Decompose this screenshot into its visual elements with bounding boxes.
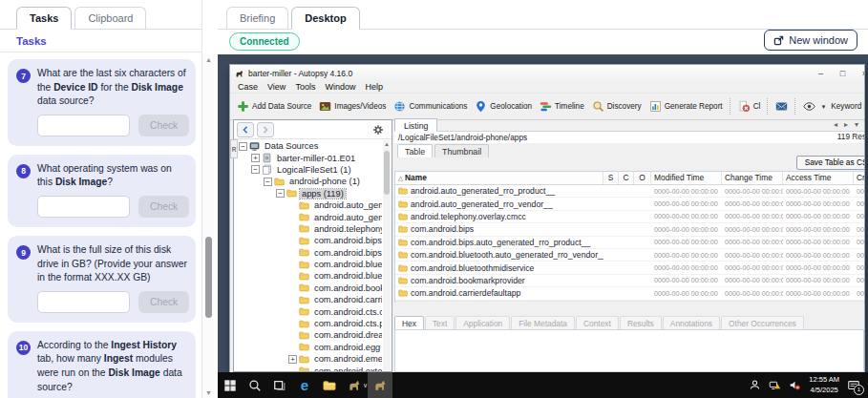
table-row[interactable]: com.android.bookmarkprovider0000-00-00 0…: [395, 275, 864, 287]
table-row[interactable]: com.android.bluetoothmidiservice0000-00-…: [395, 262, 864, 274]
minimize-icon[interactable]: –: [810, 69, 832, 78]
column-header-o[interactable]: O: [634, 172, 651, 184]
column-header-name[interactable]: △Name: [395, 172, 603, 184]
listing-tab[interactable]: Listing: [394, 118, 437, 132]
left-scrollbar[interactable]: ▲ ▼: [202, 54, 215, 398]
volume-muted-button[interactable]: [789, 379, 801, 391]
column-header-change-time[interactable]: Change Time: [722, 172, 783, 184]
file-explorer-button[interactable]: [317, 372, 342, 398]
tree-item[interactable]: android.auto_generated_rro_vendor__: [236, 211, 382, 222]
notification-center-button[interactable]: 1: [847, 379, 860, 392]
geolocation-button[interactable]: Geolocation: [471, 98, 536, 115]
tree-item[interactable]: com.android.bips.auto_generated_rro_prod…: [236, 247, 382, 259]
tab-briefing[interactable]: Briefing: [226, 7, 288, 30]
save-table-csv-button[interactable]: Save Table as CSV: [796, 156, 864, 170]
taskbar-search-button[interactable]: [243, 372, 267, 398]
content-tab-text[interactable]: Text: [425, 316, 455, 329]
tree-scrollbar[interactable]: ▲: [383, 140, 391, 370]
content-tab-hex[interactable]: Hex: [394, 316, 424, 329]
start-button[interactable]: [218, 372, 243, 398]
menu-help[interactable]: Help: [360, 82, 388, 92]
scroll-down-icon[interactable]: ▼: [202, 389, 215, 396]
tree-item[interactable]: −android-phone (1): [236, 176, 382, 187]
tree-item[interactable]: com.android.bips (1): [236, 235, 382, 246]
menu-window[interactable]: Window: [320, 82, 360, 92]
table-row[interactable]: com.android.carrierdefaultapp0000-00-00 …: [395, 287, 864, 300]
tree-item[interactable]: +com.android.emergency (2): [236, 353, 382, 365]
dock-left-icon[interactable]: ◂: [834, 120, 837, 129]
check-button[interactable]: Check: [138, 196, 189, 218]
tree-item[interactable]: android.telephony.overlay.cmcc: [236, 223, 382, 235]
float-panel-icon[interactable]: ▾: [855, 120, 858, 129]
scroll-up-icon[interactable]: ▲: [202, 56, 215, 63]
expand-icon[interactable]: +: [288, 355, 297, 364]
content-tab-results[interactable]: Results: [620, 316, 662, 329]
tree-scroll-up-icon[interactable]: ▲: [383, 141, 391, 147]
keyword-lists-button[interactable]: ▼Keyword Lists: [799, 98, 865, 115]
generate-report-button[interactable]: Generate Report: [646, 98, 727, 115]
column-header-access-time[interactable]: Access Time: [783, 172, 854, 184]
collapsed-panel-tab[interactable]: R: [230, 139, 238, 158]
dock-right-icon[interactable]: ▸: [844, 120, 848, 129]
tree-item[interactable]: −LogicalFileSet1 (1): [236, 164, 382, 176]
close-icon[interactable]: ×: [854, 69, 865, 78]
collapse-icon[interactable]: −: [276, 189, 285, 198]
tab-desktop[interactable]: Desktop: [291, 7, 359, 30]
forward-button[interactable]: [257, 122, 274, 137]
tree-item[interactable]: −apps (119): [236, 188, 382, 199]
tree-scrollbar-thumb[interactable]: [384, 151, 390, 195]
view-tab-table[interactable]: Table: [397, 144, 433, 157]
communications-button[interactable]: Communications: [390, 98, 471, 115]
discovery-button[interactable]: Discovery: [588, 98, 646, 115]
window-titlebar[interactable]: barter-miller - Autopsy 4.16.0 – □ ×: [230, 65, 864, 80]
menu-view[interactable]: View: [263, 82, 290, 92]
tree-item[interactable]: com.android.egg (1): [236, 342, 382, 353]
table-row[interactable]: android.auto_generated_rro_vendor__0000-…: [395, 198, 864, 210]
column-header-s[interactable]: S: [603, 172, 619, 184]
tree-item[interactable]: com.android.externalstorage: [236, 365, 382, 371]
gear-icon[interactable]: [370, 123, 386, 136]
content-tab-file-metadata[interactable]: File Metadata: [511, 316, 575, 329]
tree-item[interactable]: com.android.dreams.basic (1): [236, 329, 382, 341]
maximize-icon[interactable]: □: [832, 69, 854, 78]
task-view-button[interactable]: [267, 372, 292, 398]
view-tab-thumbnail[interactable]: Thumbnail: [434, 144, 489, 157]
tab-clipboard[interactable]: Clipboard: [74, 7, 146, 30]
menu-case[interactable]: Case: [233, 82, 263, 92]
tree-item[interactable]: com.android.bluetooth.auto_generated_rro…: [236, 259, 382, 270]
table-row[interactable]: android.auto_generated_rro_product__0000…: [395, 185, 864, 198]
horizontal-scrollbar[interactable]: ◀: [395, 301, 864, 303]
scroll-left-icon[interactable]: ◀: [397, 302, 402, 303]
scrollbar-thumb[interactable]: [205, 237, 212, 318]
remote-desktop-viewport[interactable]: barter-miller - Autopsy 4.16.0 – □ × Cas…: [218, 54, 868, 398]
add-data-source-button[interactable]: Add Data Source: [233, 98, 315, 115]
expand-icon[interactable]: +: [251, 154, 260, 162]
tree-item[interactable]: com.android.bluetoothmidiservice: [236, 270, 382, 282]
content-tab-annotations[interactable]: Annotations: [663, 316, 720, 329]
tab-tasks[interactable]: Tasks: [16, 7, 72, 30]
check-button[interactable]: Check: [138, 291, 189, 313]
table-row[interactable]: com.android.bips0000-00-00 00:00:000000-…: [395, 223, 864, 236]
table-row[interactable]: com.android.bluetooth.auto_generated_rro…: [395, 249, 864, 262]
timeline-button[interactable]: Timeline: [536, 98, 588, 115]
cl-button[interactable]: Cl: [734, 98, 765, 115]
column-header-modified-time[interactable]: Modified Time: [651, 172, 722, 184]
tree-item[interactable]: com.android.bookmarkprovider: [236, 283, 382, 294]
back-button[interactable]: [237, 122, 254, 137]
tree-item[interactable]: com.android.carrierdefaultapp: [236, 294, 382, 305]
column-header-created-time[interactable]: Created Time: [854, 172, 864, 184]
column-header-c[interactable]: C: [619, 172, 634, 184]
images-videos-button[interactable]: Images/Videos: [315, 98, 390, 115]
answer-input[interactable]: [37, 196, 130, 218]
answer-input[interactable]: [37, 291, 130, 313]
tree-item[interactable]: −Data Sources: [236, 140, 382, 152]
menu-tools[interactable]: Tools: [290, 82, 320, 92]
content-tab-context[interactable]: Context: [576, 316, 619, 329]
tree-item[interactable]: com.android.cts.priv.ctsshim (1): [236, 318, 382, 329]
new-window-button[interactable]: New window: [764, 30, 857, 51]
edge-button[interactable]: e: [292, 372, 317, 398]
content-tab-application[interactable]: Application: [455, 316, 510, 329]
autopsy-active-button[interactable]: [368, 372, 392, 398]
email-button[interactable]: [772, 98, 792, 115]
taskbar-clock[interactable]: 12:55 AM4/5/2025: [809, 375, 839, 394]
